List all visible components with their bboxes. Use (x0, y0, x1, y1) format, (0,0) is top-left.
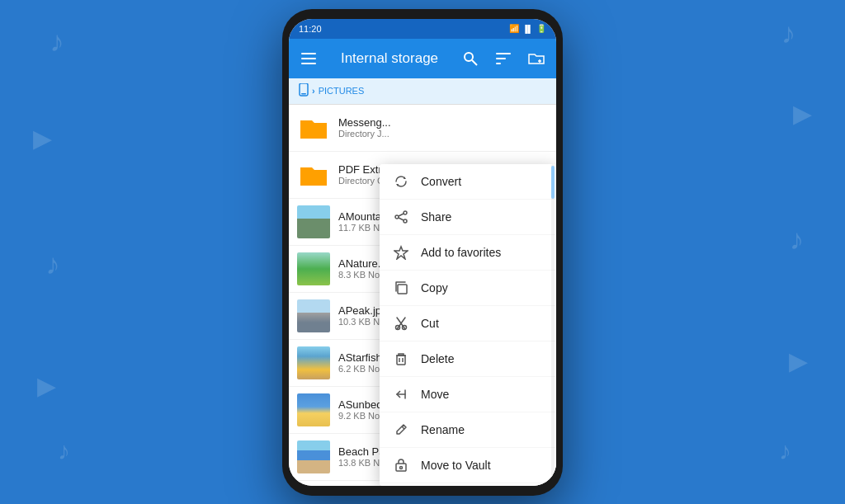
folder-icon (297, 111, 330, 144)
wifi-icon: 📶 (509, 24, 519, 33)
svg-line-4 (472, 60, 477, 65)
toolbar-title: Internal storage (328, 50, 451, 67)
folder-icon (297, 158, 330, 191)
menu-label-rename: Rename (421, 423, 465, 436)
svg-point-3 (465, 53, 473, 61)
svg-rect-0 (301, 53, 316, 54)
svg-rect-11 (301, 93, 306, 95)
search-icon[interactable] (457, 45, 484, 72)
svg-point-14 (404, 219, 407, 223)
svg-point-12 (404, 211, 407, 214)
menu-item-move[interactable]: Move (380, 377, 556, 412)
menu-item-convert[interactable]: Convert (380, 164, 556, 200)
status-bar: 11:20 📶 ▐▌ 🔋 (289, 19, 556, 39)
menu-item-cut[interactable]: Cut (380, 306, 556, 341)
list-item[interactable]: Messeng... Directory J... (289, 105, 556, 152)
menu-item-copy[interactable]: Copy (380, 271, 556, 306)
file-thumbnail (297, 393, 330, 426)
folder-action-icon[interactable] (523, 45, 550, 72)
menu-item-add-favorites[interactable]: Add to favorites (380, 235, 556, 271)
breadcrumb: › PICTURES (289, 78, 556, 105)
battery-icon: 🔋 (536, 24, 546, 33)
menu-label-copy: Copy (421, 281, 448, 294)
svg-marker-17 (394, 247, 408, 259)
file-thumbnail (297, 205, 330, 238)
menu-label-cut: Cut (421, 317, 439, 330)
favorites-icon (393, 244, 409, 261)
file-thumbnail (297, 346, 330, 379)
status-icons: 📶 ▐▌ 🔋 (509, 24, 546, 33)
scrollbar-thumb[interactable] (551, 166, 555, 199)
svg-rect-18 (398, 285, 407, 294)
context-menu-overlay: Convert Share (380, 164, 556, 486)
file-thumbnail (297, 440, 330, 473)
svg-rect-27 (396, 464, 406, 471)
toolbar: Internal storage (289, 39, 556, 78)
svg-rect-5 (496, 53, 511, 54)
svg-rect-23 (397, 356, 405, 365)
convert-icon (393, 173, 409, 190)
file-name: Messeng... (338, 116, 548, 129)
scrollbar-track (551, 164, 555, 486)
phone-frame: 11:20 📶 ▐▌ 🔋 Internal storage (282, 9, 563, 496)
sort-icon[interactable] (490, 45, 517, 72)
svg-line-26 (402, 426, 404, 429)
menu-label-delete: Delete (421, 352, 454, 365)
svg-point-13 (395, 215, 399, 219)
menu-label-share: Share (421, 210, 451, 224)
file-thumbnail (297, 252, 330, 285)
file-list: Messeng... Directory J... PDF Extra... D… (289, 105, 556, 486)
menu-icon[interactable] (295, 45, 322, 72)
breadcrumb-separator: › (312, 86, 315, 96)
breadcrumb-path: PICTURES (319, 86, 365, 96)
move-icon (393, 386, 409, 403)
menu-label-convert: Convert (421, 175, 461, 188)
device-icon (299, 83, 309, 99)
menu-item-delete[interactable]: Delete (380, 341, 556, 377)
svg-rect-6 (496, 58, 506, 59)
rename-icon (393, 422, 409, 438)
svg-rect-1 (301, 58, 316, 59)
svg-rect-7 (496, 63, 501, 64)
menu-label-vault: Move to Vault (421, 459, 491, 472)
delete-icon (393, 351, 409, 367)
menu-label-move: Move (421, 388, 449, 401)
menu-item-share[interactable]: Share (380, 200, 556, 235)
share-icon (393, 209, 409, 225)
svg-line-16 (399, 218, 404, 220)
phone-screen: 11:20 📶 ▐▌ 🔋 Internal storage (289, 19, 556, 486)
cut-icon (393, 315, 409, 332)
signal-icon: ▐▌ (522, 25, 533, 33)
menu-item-vault[interactable]: Move to Vault (380, 448, 556, 483)
status-time: 11:20 (299, 24, 322, 34)
copy-icon (393, 280, 409, 296)
svg-line-15 (399, 214, 404, 216)
vault-icon (393, 457, 409, 473)
context-menu: Convert Share (380, 164, 556, 486)
menu-item-zip[interactable]: Zip (380, 483, 556, 486)
file-thumbnail (297, 299, 330, 332)
menu-item-rename[interactable]: Rename (380, 412, 556, 448)
svg-point-28 (400, 466, 403, 469)
svg-rect-2 (301, 63, 316, 64)
file-meta: Directory J... (338, 129, 548, 139)
menu-label-favorites: Add to favorites (421, 246, 501, 259)
